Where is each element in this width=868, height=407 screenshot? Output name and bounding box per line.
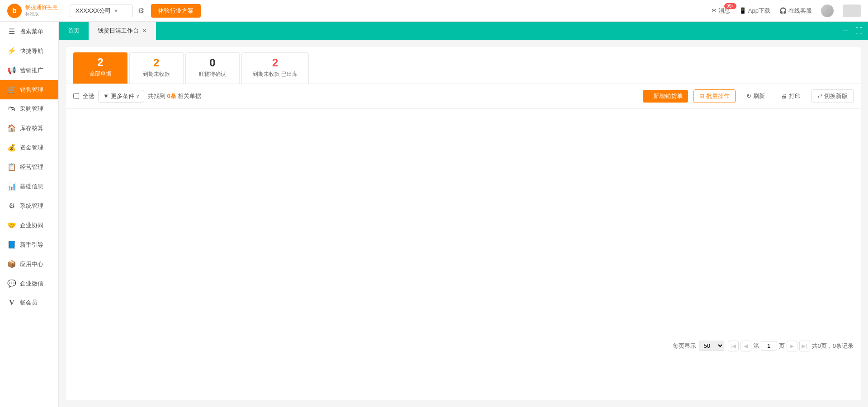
sidebar-label-marketing: 营销推广 bbox=[20, 66, 43, 75]
sidebar-item-cooperation[interactable]: 🤝 企业协同 bbox=[0, 215, 58, 235]
sidebar-item-basic-info[interactable]: 📊 基础信息 bbox=[0, 177, 58, 196]
sidebar-label-member: 畅会员 bbox=[20, 299, 38, 307]
guide-icon: 📘 bbox=[7, 240, 16, 249]
main-content: 2 全部单据 2 到期未收款 0 旺辅待确认 2 到期未收款 已出库 全选 bbox=[59, 40, 868, 407]
tab-work-bench[interactable]: 钱货日清工作台 ✕ bbox=[89, 22, 156, 40]
mobile-icon: 📱 bbox=[739, 7, 746, 14]
work-area: 2 全部单据 2 到期未收款 0 旺辅待确认 2 到期未收款 已出库 全选 bbox=[66, 47, 861, 400]
sidebar-label-finance: 资金管理 bbox=[20, 144, 43, 152]
page-prefix: 第 bbox=[753, 342, 759, 350]
last-page-button[interactable]: ▶| bbox=[799, 341, 810, 351]
app-center-icon: 📦 bbox=[7, 260, 16, 268]
add-sales-order-button[interactable]: + 新增销货单 bbox=[643, 90, 688, 103]
batch-operation-button[interactable]: ⊞ 批量操作 bbox=[693, 89, 736, 103]
refresh-button[interactable]: ↻ 刷新 bbox=[741, 90, 770, 103]
tab-maximize-button[interactable]: ⛶ bbox=[854, 25, 864, 37]
select-all-label: 全选 bbox=[83, 92, 94, 100]
sidebar-label-app-center: 应用中心 bbox=[20, 260, 43, 268]
sidebar-item-search[interactable]: ☰ 搜索菜单 bbox=[0, 22, 58, 41]
page-suffix: 页 bbox=[779, 342, 785, 350]
tab-home-label: 首页 bbox=[68, 27, 80, 35]
sidebar-label-inventory: 库存核算 bbox=[20, 124, 43, 132]
sidebar-label-cooperation: 企业协同 bbox=[20, 221, 43, 229]
pagination: 每页显示 50 20 100 |◀ ◀ 第 1 页 ▶ ▶| 共0页，0条记录 bbox=[66, 335, 861, 357]
online-service-button[interactable]: 🎧 在线客服 bbox=[779, 7, 812, 15]
logo-area: b 畅捷通好生意 标准版 bbox=[7, 4, 66, 18]
refresh-icon: ↻ bbox=[746, 93, 751, 99]
sidebar-item-wechat[interactable]: 💬 企业微信 bbox=[0, 274, 58, 293]
filter-button[interactable]: ▼ 更多条件 ∨ bbox=[98, 90, 144, 103]
toolbar: 全选 ▼ 更多条件 ∨ 共找到 0条 相关单据 + 新增销货单 ⊞ 批量操作 bbox=[66, 84, 861, 109]
message-button[interactable]: ✉ 消息 99+ bbox=[712, 7, 730, 15]
per-page-select[interactable]: 50 20 100 bbox=[699, 341, 724, 351]
wechat-icon: 💬 bbox=[7, 279, 16, 288]
app-download-button[interactable]: 📱 App下载 bbox=[739, 7, 770, 15]
chevron-down-icon: ▼ bbox=[113, 8, 118, 14]
next-page-button[interactable]: ▶ bbox=[787, 341, 797, 351]
page-navigation: |◀ ◀ 第 1 页 ▶ ▶| 共0页，0条记录 bbox=[728, 341, 854, 351]
trial-button[interactable]: 体验行业方案 bbox=[151, 4, 201, 18]
sidebar-item-system[interactable]: ⚙ 系统管理 bbox=[0, 196, 58, 215]
found-text: 共找到 0条 相关单据 bbox=[148, 92, 201, 100]
user-name-area[interactable] bbox=[843, 5, 861, 17]
filter-label: 更多条件 bbox=[111, 92, 134, 100]
stat-tab-overdue[interactable]: 2 到期未收款 bbox=[129, 52, 184, 84]
sidebar-item-purchase[interactable]: 🛍 采购管理 bbox=[0, 99, 58, 118]
purchase-icon: 🛍 bbox=[7, 105, 16, 113]
stat-tab-shipped[interactable]: 2 到期未收款 已出库 bbox=[241, 52, 309, 84]
sidebar-item-member[interactable]: V 畅会员 bbox=[0, 293, 58, 312]
sidebar-item-operations[interactable]: 📋 经营管理 bbox=[0, 157, 58, 177]
stat-number-shipped: 2 bbox=[272, 56, 278, 70]
sidebar-label-operations: 经营管理 bbox=[20, 163, 43, 171]
stat-label-shipped: 到期未收款 已出库 bbox=[253, 70, 297, 78]
sidebar-item-sales[interactable]: 🛒 销售管理 bbox=[0, 80, 58, 99]
switch-icon: ⇄ bbox=[817, 93, 822, 99]
per-page-label: 每页显示 bbox=[673, 342, 696, 350]
sidebar-item-finance[interactable]: 💰 资金管理 bbox=[0, 138, 58, 157]
stat-tab-wangfu[interactable]: 0 旺辅待确认 bbox=[185, 52, 240, 84]
avatar[interactable] bbox=[821, 5, 834, 17]
stats-tabs: 2 全部单据 2 到期未收款 0 旺辅待确认 2 到期未收款 已出库 bbox=[66, 47, 861, 84]
sidebar-label-guide: 新手引导 bbox=[20, 241, 43, 249]
tab-bar-actions: ─ ⛶ bbox=[841, 25, 868, 37]
tab-minimize-button[interactable]: ─ bbox=[841, 25, 850, 37]
marketing-icon: 📢 bbox=[7, 66, 16, 75]
sidebar: ☰ 搜索菜单 ⚡ 快捷导航 📢 营销推广 🛒 销售管理 🛍 采购管理 🏠 库存核… bbox=[0, 0, 59, 407]
tab-home[interactable]: 首页 bbox=[59, 22, 89, 40]
sidebar-label-purchase: 采购管理 bbox=[20, 105, 43, 113]
logo-icon: b bbox=[7, 4, 22, 18]
top-header: b 畅捷通好生意 标准版 XXXXXX公司 ▼ ⚙ 体验行业方案 ✉ 消息 99… bbox=[0, 0, 868, 22]
inventory-icon: 🏠 bbox=[7, 124, 16, 132]
settings-gear-button[interactable]: ⚙ bbox=[135, 5, 147, 17]
sidebar-item-inventory[interactable]: 🏠 库存核算 bbox=[0, 118, 58, 138]
select-all-checkbox[interactable] bbox=[73, 93, 79, 99]
sidebar-label-search: 搜索菜单 bbox=[20, 28, 43, 36]
company-name: XXXXXX公司 bbox=[75, 7, 111, 15]
page-number-input[interactable]: 1 bbox=[761, 341, 777, 351]
search-menu-icon: ☰ bbox=[7, 27, 16, 36]
print-button[interactable]: 🖨 打印 bbox=[776, 90, 806, 103]
header-right: ✉ 消息 99+ 📱 App下载 🎧 在线客服 bbox=[712, 5, 861, 17]
switch-version-button[interactable]: ⇄ 切换新版 bbox=[811, 89, 854, 103]
system-icon: ⚙ bbox=[7, 201, 16, 210]
filter-icon: ▼ bbox=[103, 93, 109, 99]
tab-close-icon[interactable]: ✕ bbox=[142, 28, 147, 34]
first-page-button[interactable]: |◀ bbox=[728, 341, 739, 351]
sales-icon: 🛒 bbox=[7, 85, 16, 94]
stat-label-all: 全部单据 bbox=[90, 70, 111, 78]
per-page-selector: 每页显示 50 20 100 bbox=[673, 341, 724, 351]
sidebar-item-app-center[interactable]: 📦 应用中心 bbox=[0, 254, 58, 274]
stat-tab-all[interactable]: 2 全部单据 bbox=[73, 52, 127, 84]
sidebar-item-marketing[interactable]: 📢 营销推广 bbox=[0, 61, 58, 80]
sidebar-label-system: 系统管理 bbox=[20, 202, 43, 210]
chevron-icon: ∨ bbox=[136, 94, 139, 98]
basic-info-icon: 📊 bbox=[7, 182, 16, 191]
prev-page-button[interactable]: ◀ bbox=[741, 341, 751, 351]
table-area bbox=[66, 109, 861, 335]
print-icon: 🖨 bbox=[781, 93, 787, 99]
tab-workbench-label: 钱货日清工作台 bbox=[98, 27, 139, 35]
found-count: 0条 bbox=[167, 93, 176, 99]
sidebar-item-quick-nav[interactable]: ⚡ 快捷导航 bbox=[0, 41, 58, 61]
sidebar-item-guide[interactable]: 📘 新手引导 bbox=[0, 235, 58, 254]
company-selector[interactable]: XXXXXX公司 ▼ bbox=[70, 5, 133, 17]
